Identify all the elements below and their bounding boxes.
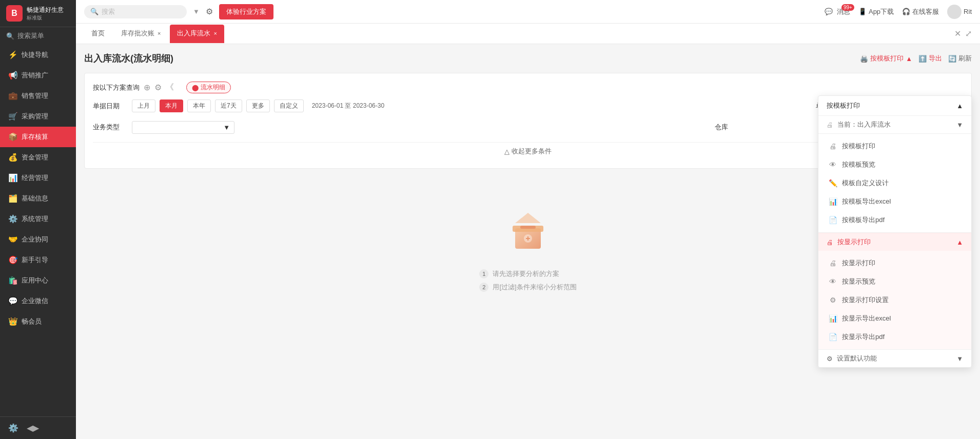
date-current-month[interactable]: 本月: [160, 99, 183, 112]
marketing-icon: 📢: [8, 71, 17, 80]
main-area: 🔍 搜索 ▼ ⚙ 体验行业方案 💬 99+ 消息 📱 App下载 🎧 在线客服 …: [76, 0, 980, 439]
display-preview-label: 按显示预览: [842, 277, 875, 286]
sidebar-item-finance[interactable]: 💰 资金管理: [0, 147, 76, 168]
sidebar-item-label: 采购管理: [22, 112, 48, 121]
top-header: 🔍 搜索 ▼ ⚙ 体验行业方案 💬 99+ 消息 📱 App下载 🎧 在线客服 …: [76, 0, 980, 24]
header-search-box[interactable]: 🔍 搜索: [84, 5, 187, 18]
date-current-year[interactable]: 本年: [187, 99, 211, 112]
filter-by-label: 按以下方案查询: [93, 83, 140, 92]
printer-icon: 🖨: [829, 142, 837, 150]
display-preview-item[interactable]: 👁 按显示预览: [818, 272, 971, 291]
date-custom[interactable]: 自定义: [274, 99, 304, 112]
default-icon: ⚙: [827, 355, 833, 363]
trial-button[interactable]: 体验行业方案: [219, 4, 273, 19]
toggle-footer-icon[interactable]: ◀▶: [27, 423, 39, 433]
tab-flow[interactable]: 出入库流水 ×: [170, 25, 224, 43]
export-icon: ⬆️: [918, 55, 927, 63]
add-filter-icon[interactable]: ⊕: [144, 83, 150, 92]
display-print-item[interactable]: 🖨 按显示打印: [818, 254, 971, 272]
collapse-filter-icon[interactable]: 《: [166, 82, 174, 93]
display-print-settings-item[interactable]: ⚙ 按显示打印设置: [818, 291, 971, 309]
template-export-excel-label: 按模板导出excel: [842, 197, 891, 206]
dp-footer[interactable]: ⚙ 设置默认功能 ▼: [818, 349, 971, 367]
print-dropdown-icon: ▲: [906, 55, 912, 63]
business-type-select[interactable]: ▼: [132, 121, 234, 134]
sidebar-item-label: 基础信息: [22, 194, 48, 203]
display-print-icon: 🖨: [829, 259, 837, 267]
page-actions: 🖨️ 按模板打印 ▲ ⬆️ 导出 🔄 刷新: [860, 54, 972, 63]
appstore-icon: 🛍️: [8, 276, 17, 285]
display-pdf-icon: 📄: [829, 333, 837, 341]
print-button[interactable]: 🖨️ 按模板打印 ▲: [860, 54, 912, 63]
user-profile[interactable]: Rit: [947, 5, 972, 19]
logo-text: 畅捷通好生意 标准版: [27, 6, 64, 22]
sidebar-item-inventory[interactable]: 📦 库存核算: [0, 127, 76, 147]
app-download-button[interactable]: 📱 App下载: [858, 7, 894, 16]
sidebar-item-member[interactable]: 👑 畅会员: [0, 311, 76, 332]
gear-icon[interactable]: ⚙: [206, 7, 213, 16]
sidebar-item-quick-nav[interactable]: ⚡ 快捷导航: [0, 45, 76, 65]
date-more[interactable]: 更多: [246, 99, 270, 112]
sidebar-item-system[interactable]: ⚙️ 系统管理: [0, 209, 76, 229]
tab-home[interactable]: 首页: [84, 25, 112, 43]
sidebar-item-label: 营销推广: [22, 71, 48, 80]
display-export-excel-label: 按显示导出excel: [842, 314, 891, 323]
tab-batch-account[interactable]: 库存批次账 ×: [114, 25, 168, 43]
sidebar-item-sales[interactable]: 💼 销售管理: [0, 86, 76, 106]
dp-current: 🖨 当前：出入库流水 ▼: [818, 116, 971, 133]
member-icon: 👑: [8, 317, 17, 326]
export-button[interactable]: ⬆️ 导出: [918, 54, 942, 63]
sidebar-item-marketing[interactable]: 📢 营销推广: [0, 65, 76, 86]
date-last-month[interactable]: 上月: [132, 99, 155, 112]
empty-illustration: [502, 208, 554, 259]
sidebar-item-appstore[interactable]: 🛍️ 应用中心: [0, 270, 76, 291]
display-preview-icon: 👁: [829, 277, 837, 286]
sidebar-item-purchase[interactable]: 🛒 采购管理: [0, 106, 76, 127]
refresh-button[interactable]: 🔄 刷新: [948, 54, 972, 63]
preview-icon: 👁: [829, 161, 837, 169]
display-export-pdf-item[interactable]: 📄 按显示导出pdf: [818, 328, 971, 346]
tab-expand-icon[interactable]: ⤢: [965, 29, 972, 38]
display-export-excel-item[interactable]: 📊 按显示导出excel: [818, 309, 971, 328]
footer-chevron-icon: ▼: [956, 355, 963, 363]
sidebar-search[interactable]: 🔍 搜索菜单: [0, 27, 76, 45]
display-print-settings-label: 按显示打印设置: [842, 295, 889, 305]
date-last-7-days[interactable]: 近7天: [215, 99, 242, 112]
sidebar-item-wechat[interactable]: 💬 企业微信: [0, 291, 76, 311]
sidebar-item-basic[interactable]: 🗂️ 基础信息: [0, 188, 76, 209]
sidebar-item-label: 销售管理: [22, 91, 48, 101]
excel-icon: 📊: [829, 197, 837, 206]
wechat-icon: 💬: [8, 296, 17, 306]
tab-close-icon[interactable]: ✕: [954, 29, 961, 38]
collab-icon: 🤝: [8, 235, 17, 244]
dropdown-icon[interactable]: ▼: [193, 8, 200, 15]
service-button[interactable]: 🎧 在线客服: [902, 7, 939, 16]
print-icon: 🖨️: [860, 55, 868, 63]
sidebar-item-label: 畅会员: [22, 317, 42, 326]
template-preview-item[interactable]: 👁 按模板预览: [818, 155, 971, 174]
dp-display-section: 🖨 按显示打印 👁 按显示预览 ⚙ 按显示打印设置 📊 按显示导出excel 📄: [818, 251, 971, 349]
sidebar-item-collab[interactable]: 🤝 企业协同: [0, 229, 76, 250]
dp-header: 按模板打印 ▲: [818, 96, 971, 116]
service-label: 在线客服: [912, 7, 939, 16]
warehouse-label: 仓库: [715, 123, 728, 132]
tab-batch-account-close[interactable]: ×: [158, 30, 161, 36]
sidebar: B 畅捷通好生意 标准版 🔍 搜索菜单 ⚡ 快捷导航 📢 营销推广 💼 销售管理…: [0, 0, 76, 439]
template-print-item[interactable]: 🖨 按模板打印: [818, 137, 971, 155]
settings-footer-icon[interactable]: ⚙️: [8, 423, 18, 433]
step-1-text: 请先选择要分析的方案: [493, 269, 559, 278]
pdf-icon: 📄: [829, 216, 837, 224]
tag-icon: ⬤: [192, 84, 199, 91]
sidebar-item-operations[interactable]: 📊 经营管理: [0, 168, 76, 188]
tab-flow-close[interactable]: ×: [213, 30, 217, 36]
message-button[interactable]: 💬 99+ 消息: [825, 7, 850, 16]
sidebar-item-newbie[interactable]: 🎯 新手引导: [0, 250, 76, 270]
filter-tag[interactable]: ⬤ 流水明细: [186, 82, 231, 93]
operations-icon: 📊: [8, 173, 17, 183]
settings-filter-icon[interactable]: ⚙: [154, 83, 162, 92]
dp-display-section-header[interactable]: 🖨 按显示打印 ▲: [818, 233, 971, 251]
template-export-excel-item[interactable]: 📊 按模板导出excel: [818, 192, 971, 211]
step-1-num: 1: [479, 269, 488, 278]
template-export-pdf-item[interactable]: 📄 按模板导出pdf: [818, 211, 971, 229]
template-custom-item[interactable]: ✏️ 模板自定义设计: [818, 174, 971, 192]
